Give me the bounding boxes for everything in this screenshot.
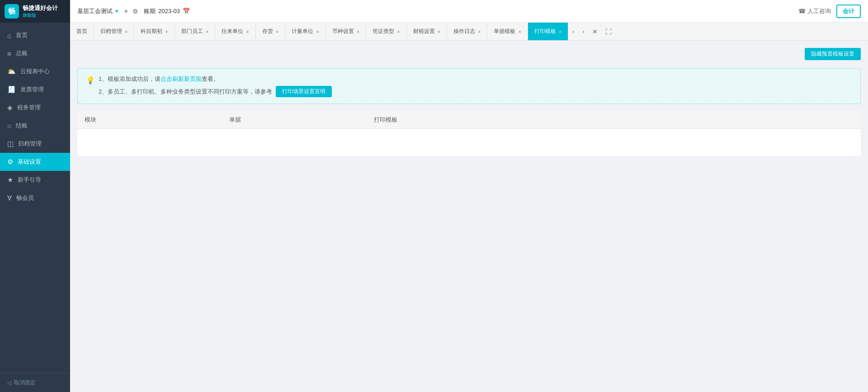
tab-tax_setting[interactable]: 财税设置× (407, 23, 447, 40)
sidebar: 畅 畅捷通好会计 旗舰版 ⌂首页≡总账⛅云报表中心🧾发票管理◈税务管理○结账◫归… (0, 0, 70, 392)
tab-unit[interactable]: 计量单位× (285, 23, 326, 40)
nav-icon-guide: ★ (7, 176, 13, 184)
col-header-doc: 单据 (229, 116, 374, 124)
col-header-module: 模块 (85, 116, 229, 124)
company-dropdown-icon: ▾ (115, 8, 118, 14)
period-selector[interactable]: 账期 2023-03 📅 (144, 7, 190, 15)
notice-line2-prefix: 2、多员工、多打印机、多种业务类型设置不同打印方案等，请参考 (99, 88, 272, 96)
tab-close-print_template[interactable]: × (559, 29, 561, 34)
tab-close-voucher_type[interactable]: × (397, 29, 400, 34)
company-label: 基层工会测试 (77, 7, 113, 15)
nav-icon-report: ⛅ (7, 67, 16, 76)
sidebar-item-report[interactable]: ⛅云报表中心 (0, 62, 70, 80)
nav-label-tax: 税务管理 (17, 104, 41, 112)
content-area: 隐藏预置模板设置 💡 1、模板添加成功后，请点击刷新新页面查看。 2、多员工、多… (70, 41, 868, 392)
settings-icon[interactable]: ⚙ (132, 8, 138, 15)
logo-icon: 畅 (5, 4, 19, 19)
sidebar-item-vip[interactable]: ∀畅会员 (0, 189, 70, 207)
cancel-fixed-label: 取消固定 (14, 379, 36, 387)
cancel-fixed-btn[interactable]: ◁ 取消固定 (0, 373, 70, 392)
logo-main: 畅捷通好会计 (23, 4, 58, 12)
tab-close-inventory[interactable]: × (276, 29, 278, 34)
data-table: 模块 单据 打印模板 (77, 111, 861, 156)
main-area: 基层工会测试 ▾ + ⚙ 账期 2023-03 📅 ☎ 人工咨询 会计 首页归档… (70, 0, 868, 392)
close-all-tabs-button[interactable]: ✕ (588, 23, 602, 41)
nav-label-vip: 畅会员 (16, 194, 34, 202)
tab-partner[interactable]: 往来单位× (215, 23, 255, 40)
period-value: 2023-03 (158, 8, 180, 14)
tab-subject[interactable]: 科目期初× (134, 23, 175, 40)
sidebar-item-settle[interactable]: ○结账 (0, 117, 70, 135)
tab-close-partner[interactable]: × (246, 29, 249, 34)
tab-label-subject: 科目期初 (141, 28, 162, 35)
tab-close-dept[interactable]: × (206, 29, 208, 34)
refresh-link[interactable]: 点击刷新新页面 (160, 76, 202, 82)
nav-label-ledger: 总账 (16, 49, 28, 57)
tab-close-unit[interactable]: × (316, 29, 319, 34)
customer-service-button[interactable]: ☎ 人工咨询 (798, 7, 831, 15)
notice-line2: 2、多员工、多打印机、多种业务类型设置不同打印方案等，请参考 打印场景设置宣明 (99, 86, 332, 97)
period-label: 账期 (144, 7, 156, 15)
tab-label-currency: 币种设置 (332, 28, 354, 35)
sidebar-item-home[interactable]: ⌂首页 (0, 26, 70, 44)
nav-label-home: 首页 (16, 31, 28, 39)
tab-inventory[interactable]: 存货× (256, 23, 285, 40)
expand-tabs-button[interactable]: ⛶ (602, 23, 615, 41)
tab-print_template[interactable]: 打印模板× (528, 23, 568, 40)
table-body (77, 129, 861, 156)
tab-close-currency[interactable]: × (357, 29, 359, 34)
tab-label-tax_setting: 财税设置 (413, 28, 435, 35)
notice-row: 💡 1、模板添加成功后，请点击刷新新页面查看。 2、多员工、多打印机、多种业务类… (86, 75, 852, 97)
tab-close-archive[interactable]: × (125, 29, 127, 34)
tab-close-op_log[interactable]: × (478, 29, 481, 34)
notice-line1-prefix: 1、模板添加成功后，请 (99, 76, 160, 82)
sidebar-item-guide[interactable]: ★新手引导 (0, 171, 70, 189)
print-scene-button[interactable]: 打印场景设置宣明 (276, 86, 332, 97)
tab-label-unit: 计量单位 (292, 28, 313, 35)
tab-op_log[interactable]: 操作日志× (447, 23, 487, 40)
tab-voucher_type[interactable]: 凭证类型× (366, 23, 406, 40)
topbar: 基层工会测试 ▾ + ⚙ 账期 2023-03 📅 ☎ 人工咨询 会计 (70, 0, 868, 23)
tab-next-button[interactable]: › (578, 23, 588, 41)
sidebar-item-invoice[interactable]: 🧾发票管理 (0, 80, 70, 99)
topbar-actions: + ⚙ (124, 7, 138, 15)
tab-archive[interactable]: 归档管理× (94, 23, 134, 40)
tab-currency[interactable]: 币种设置× (326, 23, 366, 40)
kuaiji-button[interactable]: 会计 (836, 5, 861, 18)
sidebar-item-ledger[interactable]: ≡总账 (0, 44, 70, 62)
notice-box: 💡 1、模板添加成功后，请点击刷新新页面查看。 2、多员工、多打印机、多种业务类… (77, 68, 861, 104)
nav-icon-archive: ◫ (7, 140, 14, 148)
tab-prev-button[interactable]: ‹ (568, 23, 578, 41)
notice-text-block: 1、模板添加成功后，请点击刷新新页面查看。 2、多员工、多打印机、多种业务类型设… (99, 75, 332, 97)
tab-label-dept: 部门员工 (181, 28, 203, 35)
tab-label-print_template: 打印模板 (534, 28, 556, 35)
hide-template-button[interactable]: 隐藏预置模板设置 (805, 48, 861, 60)
nav-label-guide: 新手引导 (18, 176, 41, 184)
sidebar-nav: ⌂首页≡总账⛅云报表中心🧾发票管理◈税务管理○结账◫归档管理⚙基础设置★新手引导… (0, 23, 70, 373)
cancel-fixed-icon: ◁ (7, 380, 11, 386)
logo-sub: 旗舰版 (23, 12, 58, 19)
tab-close-tax_setting[interactable]: × (438, 29, 440, 34)
tab-close-subject[interactable]: × (165, 29, 168, 34)
tab-single_template[interactable]: 单据模板× (487, 23, 528, 40)
company-name[interactable]: 基层工会测试 ▾ (77, 7, 118, 15)
calendar-icon: 📅 (183, 8, 190, 14)
nav-label-settle: 结账 (16, 122, 28, 130)
btn-row: 隐藏预置模板设置 (77, 48, 861, 64)
sidebar-logo: 畅 畅捷通好会计 旗舰版 (0, 0, 70, 23)
notice-icon: 💡 (86, 76, 95, 85)
sidebar-item-tax[interactable]: ◈税务管理 (0, 99, 70, 117)
tab-label-partner: 往来单位 (222, 28, 243, 35)
nav-label-archive: 归档管理 (18, 140, 42, 148)
nav-icon-tax: ◈ (7, 104, 13, 112)
nav-label-invoice: 发票管理 (20, 85, 44, 94)
tab-home[interactable]: 首页 (70, 23, 94, 40)
sidebar-item-basic[interactable]: ⚙基础设置 (0, 153, 70, 171)
tab-close-single_template[interactable]: × (518, 29, 521, 34)
tab-label-single_template: 单据模板 (494, 28, 515, 35)
add-tab-button[interactable]: + (124, 7, 128, 15)
nav-label-basic: 基础设置 (18, 158, 41, 166)
nav-label-report: 云报表中心 (20, 67, 50, 76)
sidebar-item-archive[interactable]: ◫归档管理 (0, 135, 70, 153)
tab-dept[interactable]: 部门员工× (175, 23, 215, 40)
